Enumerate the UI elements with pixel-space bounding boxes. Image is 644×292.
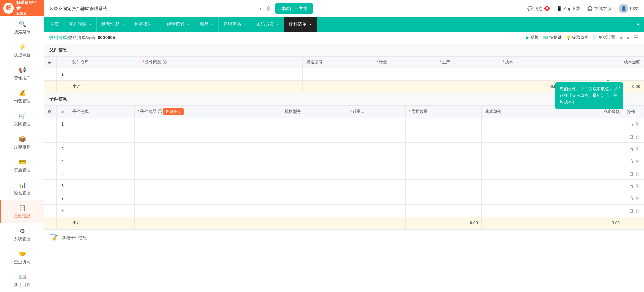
child-cell-unit-cost-7[interactable] (482, 192, 547, 205)
child-cell-spec-1[interactable] (281, 118, 347, 130)
child-cell-spec-7[interactable] (281, 192, 347, 205)
tab-home[interactable]: 首页 (45, 17, 64, 32)
breadcrumb-bom[interactable]: 物料清单 (49, 35, 67, 41)
child-cell-qty-5[interactable] (406, 167, 482, 180)
sidebar-item-marketing[interactable]: 📢 营销推广 (0, 62, 44, 85)
tab-bom[interactable]: 物料清单 × (284, 17, 317, 32)
parent-cell-warehouse[interactable] (69, 68, 139, 81)
app-download-btn[interactable]: 📱 App下载 (557, 5, 580, 12)
add-row-label[interactable]: 新增子件信息 (62, 235, 87, 241)
tab-customer-close[interactable]: × (89, 22, 91, 26)
child-cell-unit-cost-1[interactable] (482, 118, 547, 130)
tab-operations[interactable]: 经营情况 × (97, 17, 129, 32)
try-industry-btn[interactable]: 体验行业方案 (275, 3, 313, 14)
toolbar-menu[interactable]: ☰ (634, 34, 639, 41)
child-cell-unit-1[interactable] (347, 118, 405, 130)
delete-row-8-btn[interactable]: 🗑 (629, 208, 634, 213)
view-video-btn[interactable]: ▶ 视频 (526, 35, 538, 40)
child-cell-spec-4[interactable] (281, 155, 347, 167)
extract-cost-btn[interactable]: 💡 提取成本 (566, 35, 589, 40)
child-cell-qty-8[interactable] (406, 205, 482, 217)
child-cell-unit-cost-4[interactable] (482, 155, 547, 167)
sidebar-item-finance[interactable]: 💳 资金管理 (0, 154, 44, 177)
tab-operations-close[interactable]: × (122, 22, 124, 26)
child-cell-unit-7[interactable] (347, 192, 405, 205)
parent-th-settings[interactable]: ⚙ (44, 57, 57, 68)
shortcut-btn[interactable]: ⌨ 快捷键 (543, 35, 562, 40)
child-cell-warehouse-8[interactable] (69, 205, 135, 217)
child-cell-qty-7[interactable] (406, 192, 482, 205)
tab-bom-close[interactable]: × (309, 22, 311, 26)
tab-profit[interactable]: 利润报告 × (129, 17, 162, 32)
copy-row-7-btn[interactable]: ⎘ (636, 196, 639, 201)
child-cell-goods-6[interactable] (134, 180, 281, 192)
child-cell-goods-5[interactable] (134, 167, 281, 180)
child-cell-qty-6[interactable] (406, 180, 482, 192)
child-cell-goods-3[interactable] (134, 143, 281, 155)
sidebar-item-inventory[interactable]: 📦 库存核算 (0, 131, 44, 154)
message-btn[interactable]: 💬 消息 6 (527, 5, 550, 12)
delete-row-2-btn[interactable]: 🗑 (629, 134, 634, 139)
sidebar-item-sales[interactable]: 💰 销售管理 (0, 85, 44, 108)
child-cell-warehouse-7[interactable] (69, 192, 135, 205)
copy-row-1-btn[interactable]: ⎘ (636, 121, 639, 127)
sidebar-item-operations[interactable]: 📊 经营管理 (0, 177, 44, 200)
copy-row-2-btn[interactable]: ⎘ (636, 134, 639, 139)
child-cell-unit-cost-6[interactable] (482, 180, 547, 192)
sidebar-item-guide[interactable]: 📖 新手引导 (0, 269, 44, 292)
tab-history[interactable]: 经营历程 × (162, 17, 195, 32)
child-cell-warehouse-1[interactable] (69, 118, 135, 130)
tab-barcode-close[interactable]: × (277, 22, 279, 26)
parent-cell-goods[interactable] (139, 68, 302, 81)
parent-cell-unit[interactable] (373, 68, 436, 81)
tab-history-close[interactable]: × (187, 22, 189, 26)
scan-input-btn[interactable]: 扫码录入 (163, 108, 184, 115)
parent-cell-costtype[interactable] (499, 68, 562, 81)
child-cell-unit-cost-2[interactable] (482, 130, 547, 143)
child-cell-qty-4[interactable] (406, 155, 482, 167)
child-cell-unit-cost-5[interactable] (482, 167, 547, 180)
child-cell-spec-5[interactable] (281, 167, 347, 180)
settings-icon[interactable]: ⚙ (266, 5, 271, 12)
child-cell-qty-2[interactable] (406, 130, 482, 143)
child-cell-unit-3[interactable] (347, 143, 405, 155)
sidebar-item-search[interactable]: 🔍 搜索菜单 (0, 16, 44, 39)
child-cell-spec-3[interactable] (281, 143, 347, 155)
tab-goods[interactable]: 商品 × (195, 17, 219, 32)
tab-profit-close[interactable]: × (155, 22, 157, 26)
copy-row-5-btn[interactable]: ⎘ (636, 171, 639, 176)
user-menu[interactable]: 👤 用友 (619, 4, 639, 13)
copy-row-8-btn[interactable]: ⎘ (636, 208, 639, 213)
child-cell-goods-8[interactable] (134, 205, 281, 217)
sidebar-item-quicknav[interactable]: ⚡ 快捷导航 (0, 39, 44, 62)
sidebar-item-basic-info[interactable]: 📋 基础信息 (0, 200, 44, 223)
child-th-settings[interactable]: ⚙ (44, 106, 57, 118)
child-cell-goods-7[interactable] (134, 192, 281, 205)
delete-row-3-btn[interactable]: 🗑 (629, 146, 634, 152)
copy-row-6-btn[interactable]: ⎘ (636, 183, 639, 189)
child-cell-spec-6[interactable] (281, 180, 347, 192)
child-cell-warehouse-6[interactable] (69, 180, 135, 192)
delete-row-6-btn[interactable]: 🗑 (629, 183, 634, 189)
toolbar-nav-right[interactable]: ▶ (627, 35, 630, 40)
child-cell-unit-5[interactable] (347, 167, 405, 180)
copy-row-4-btn[interactable]: ⎘ (636, 159, 639, 164)
child-cell-qty-3[interactable] (406, 143, 482, 155)
delete-row-5-btn[interactable]: 🗑 (629, 171, 634, 176)
parent-cell-spec[interactable] (302, 68, 373, 81)
child-cell-unit-8[interactable] (347, 205, 405, 217)
sidebar-item-cooperation[interactable]: 🤝 企业协同 (0, 246, 44, 269)
child-cell-unit-4[interactable] (347, 155, 405, 167)
child-cell-spec-8[interactable] (281, 205, 347, 217)
child-cell-unit-2[interactable] (347, 130, 405, 143)
tooltip-close-btn[interactable]: × (618, 84, 621, 92)
child-cell-warehouse-2[interactable] (69, 130, 135, 143)
child-cell-warehouse-5[interactable] (69, 167, 135, 180)
nav-close-all[interactable]: × (632, 21, 644, 28)
delete-row-7-btn[interactable]: 🗑 (629, 196, 634, 201)
sidebar-item-system[interactable]: ⚙ 系统管理 (0, 223, 44, 246)
child-cell-warehouse-3[interactable] (69, 143, 135, 155)
child-cell-unit-cost-8[interactable] (482, 205, 547, 217)
child-cell-warehouse-4[interactable] (69, 155, 135, 167)
tab-customer[interactable]: 客户联络 × (64, 17, 97, 32)
